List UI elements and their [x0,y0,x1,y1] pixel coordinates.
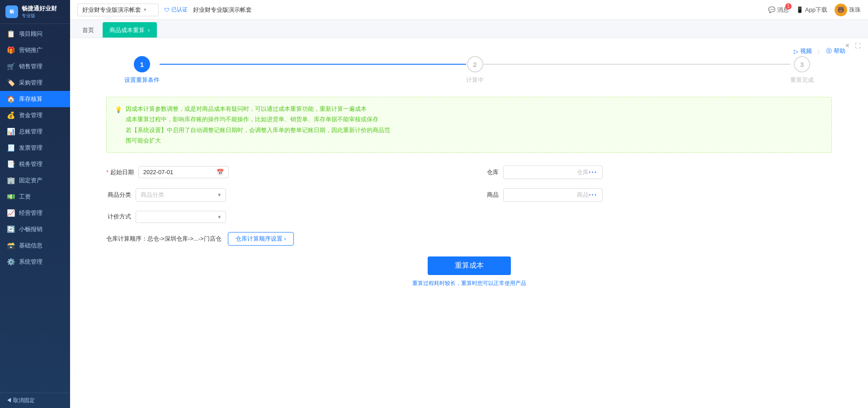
price-method-select[interactable]: ▾ [136,211,226,223]
sidebar-item-label: 采购管理 [19,79,42,87]
sidebar-item-label: 经营管理 [19,209,42,217]
calc-order-settings-button[interactable]: 仓库计算顺序设置 › [228,232,294,246]
verified-badge: 🛡 已认证 [164,6,188,14]
sidebar-item-label: 系统管理 [19,258,42,266]
step-1-num: 1 [140,61,144,68]
tab-close-icon[interactable]: × [147,28,150,33]
sidebar-item-label: 资金管理 [19,111,42,119]
app-download-button[interactable]: 📱 App下载 [796,6,827,14]
message-button[interactable]: 💬 消息 1 [768,6,789,14]
sidebar-item-accounting[interactable]: 📊总账管理 [0,123,70,140]
user-avatar[interactable]: 🐻 珠珠 [835,4,861,16]
start-date-input[interactable]: 2022-07-01 📅 [138,166,229,178]
sidebar-item-purchase[interactable]: 🏷️采购管理 [0,75,70,91]
sidebar-item-label: 基础信息 [19,242,42,250]
calc-order-row: 仓库计算顺序：总仓->深圳仓库->...->门店仓 仓库计算顺序设置 › [106,232,832,246]
username-label: 珠珠 [849,6,861,14]
sidebar-item-label: 销售管理 [19,62,42,71]
step-connector-1 [160,64,466,65]
sidebar-item-invoice[interactable]: 🧾发票管理 [0,140,70,156]
message-icon: 💬 [768,6,775,13]
sidebar-item-finance[interactable]: 💰资金管理 [0,107,70,123]
goods-select[interactable]: 商品 ··· [503,188,603,202]
purchase-icon: 🏷️ [6,79,15,87]
message-badge: 1 [785,3,792,9]
video-help-button[interactable]: ▷ 视频 [794,47,812,55]
help-label: 帮助 [834,47,845,55]
sidebar-unpin[interactable]: ◀ 取消固定 [0,393,70,408]
sidebar-item-marketing[interactable]: 🎁营销推广 [0,42,70,58]
warehouse-dots-icon[interactable]: ··· [589,168,597,176]
form-row-1: 起始日期 2022-07-01 📅 仓库 仓库 ··· [106,166,832,179]
sidebar-item-label: 固定资产 [19,176,42,185]
sidebar-item-operation[interactable]: 📈经营管理 [0,205,70,221]
step-3-circle: 3 [794,56,810,72]
help-button[interactable]: ⓪ 帮助 [826,47,845,55]
tab-recalc[interactable]: 商品成本重算 × [103,22,157,38]
calc-order-text: 仓库计算顺序：总仓->深圳仓库->...->门店仓 [106,235,222,243]
tabbar: 首页 商品成本重算 × [70,20,868,38]
play-icon: ▷ [794,48,798,55]
sidebar-item-inventory[interactable]: 🏠库存核算 [0,91,70,107]
sidebar-item-project[interactable]: 📋项目顾问 [0,26,70,42]
step-3-num: 3 [800,61,804,68]
start-date-value: 2022-07-01 [143,169,217,176]
warehouse-placeholder: 仓库 [577,168,589,176]
step-connector-2 [484,64,790,65]
phone-icon: 📱 [796,6,803,13]
sidebar-item-label: 税务管理 [19,160,42,168]
content-area: × ⛶ ▷ 视频 | ⓪ 帮助 1 设置重算条件 [70,38,868,408]
sidebar-item-sales[interactable]: 🛒销售管理 [0,58,70,75]
price-method-label: 计价方式 [106,213,131,221]
sidebar-item-salary[interactable]: 💵工资 [0,189,70,205]
warehouse-select[interactable]: 仓库 ··· [503,166,603,179]
help-icon: ⓪ [826,47,832,55]
goods-placeholder: 商品 [577,191,589,199]
step-2: 2 计算中 [466,56,484,84]
verified-text: 已认证 [171,6,188,14]
marketing-icon: 🎁 [6,46,15,54]
calc-order-btn-label: 仓库计算顺序设置 › [236,235,286,243]
close-window-button[interactable]: × [845,42,849,50]
account-select[interactable]: 好业财专业版演示帐套 ▾ [77,4,159,16]
step-1-circle: 1 [134,56,150,72]
goods-label: 商品 [474,191,499,199]
goods-dots-icon[interactable]: ··· [589,191,597,199]
category-select[interactable]: 商品分类 ▾ [136,188,226,202]
sidebar-item-label: 工资 [19,193,31,201]
video-label: 视频 [800,47,812,55]
app-title-wrap: 畅捷通好业财 专业版 [22,5,57,19]
step-3-label: 重算完成 [790,76,814,84]
expand-window-button[interactable]: ⛶ [855,43,861,49]
sidebar-nav: 📋项目顾问 🎁营销推广 🛒销售管理 🏷️采购管理 🏠库存核算 💰资金管理 📊总账… [0,24,70,393]
tax-icon: 📑 [6,160,15,168]
sidebar-item-label: 库存核算 [19,95,42,103]
goods-field: 商品 商品 ··· [474,188,832,202]
sidebar-item-tax[interactable]: 📑税务管理 [0,156,70,172]
recalc-button[interactable]: 重算成本 [428,256,511,275]
topbar: 好业财专业版演示帐套 ▾ 🛡 已认证 好业财专业版演示帐套 💬 消息 1 📱 A… [70,0,868,20]
sidebar-item-label: 小畅报销 [19,225,42,233]
app-name: 畅捷通好业财 [22,5,57,13]
inventory-icon: 🏠 [6,95,15,103]
sidebar-item-basic[interactable]: 🗃️基础信息 [0,237,70,254]
sidebar-item-assets[interactable]: 🏢固定资产 [0,172,70,189]
divider: | [818,48,820,55]
step-1-label: 设置重算条件 [124,76,160,84]
notice-content: 因成本计算参数调整，或是对商品成本有疑问时，可以通过成本重算功能，重新计算一遍成… [126,104,390,146]
calendar-icon[interactable]: 📅 [217,169,224,176]
sidebar-item-system[interactable]: ⚙️系统管理 [0,254,70,270]
salary-icon: 💵 [6,193,15,201]
sidebar-item-expense[interactable]: 🔄小畅报销 [0,221,70,237]
notice-line-2: 成本重算过程中，影响库存账的操作均不能操作，比如进货单、销货单、库存单据不能审核… [126,114,390,124]
chevron-down-category: ▾ [218,191,221,198]
account-select-text: 好业财专业版演示帐套 [82,6,141,14]
tab-home[interactable]: 首页 [75,22,101,38]
expense-icon: 🔄 [6,225,15,233]
notice-line-3: 若【系统设置】中启用了自动调整记账日期时，会调整入库单的整单记账日期，因此重新计… [126,125,390,135]
form-section: 起始日期 2022-07-01 📅 仓库 仓库 ··· 商 [106,166,832,287]
sidebar-item-label: 发票管理 [19,144,42,152]
sidebar-item-label: 营销推广 [19,46,42,54]
accounting-icon: 📊 [6,128,15,136]
app-download-label: App下载 [805,6,827,14]
